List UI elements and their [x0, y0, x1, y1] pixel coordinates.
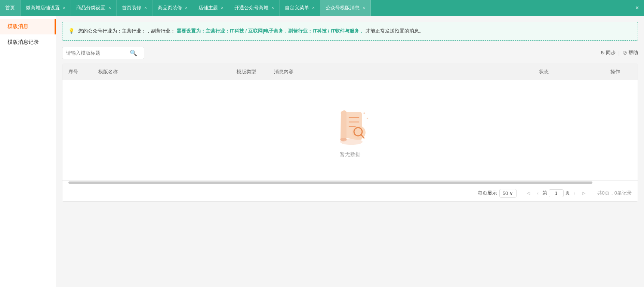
empty-text: 暂无数据	[340, 151, 361, 158]
nav-tab-shop-theme-label: 店铺主题	[198, 4, 218, 11]
content-area: 💡 您的公众号行业为：主营行业：，副营行业： 需要设置为：主营行业：IT科技 /…	[56, 16, 644, 287]
svg-text:✦: ✦	[363, 111, 366, 115]
help-button[interactable]: ⑦ 帮助	[623, 49, 638, 56]
close-category-settings-icon[interactable]: ×	[108, 5, 111, 10]
close-all-tabs-button[interactable]: ×	[630, 4, 644, 11]
scrollbar-thumb[interactable]	[68, 181, 592, 184]
sidebar-item-template-message-label: 模版消息	[7, 23, 28, 29]
nav-tab-custom-menu[interactable]: 自定义菜单 ×	[280, 0, 320, 16]
chevron-down-icon: ∨	[509, 190, 513, 196]
nav-tab-shop-settings[interactable]: 微商城店铺设置 ×	[21, 0, 71, 16]
nav-tab-open-mall[interactable]: 开通公众号商城 ×	[229, 0, 280, 16]
last-page-button[interactable]: ⊳	[579, 189, 588, 197]
page-size-label: 每页显示	[478, 190, 497, 196]
help-icon: ⑦	[623, 50, 627, 56]
search-input[interactable]	[66, 50, 130, 56]
search-actions: ↻ 同步 | ⑦ 帮助	[601, 49, 638, 56]
nav-tab-template-msg-label: 公众号模版消息	[326, 4, 360, 11]
close-open-mall-icon[interactable]: ×	[271, 5, 274, 10]
sidebar-item-template-message-log[interactable]: 模版消息记录	[0, 34, 56, 50]
help-label: 帮助	[628, 49, 638, 56]
nav-tab-shop-settings-label: 微商城店铺设置	[26, 4, 60, 11]
notice-box: 💡 您的公众号行业为：主营行业：，副营行业： 需要设置为：主营行业：IT科技 /…	[62, 22, 638, 41]
page-unit: 页	[565, 190, 570, 196]
search-input-wrap: 🔍	[62, 47, 144, 59]
close-shop-settings-icon[interactable]: ×	[63, 5, 65, 10]
page-size-select: 每页显示 50 ∨	[478, 189, 517, 198]
svg-point-9	[340, 138, 347, 141]
page-size-value: 50	[503, 190, 508, 196]
sync-icon: ↻	[601, 50, 605, 56]
sidebar-item-template-message-log-label: 模版消息记录	[7, 39, 39, 45]
th-seq: 序号	[62, 64, 92, 80]
th-status: 状态	[533, 64, 593, 80]
th-name: 模版名称	[92, 64, 231, 80]
sidebar-item-template-message[interactable]: 模版消息	[0, 19, 56, 34]
close-template-msg-icon[interactable]: ×	[363, 5, 365, 10]
page-label: 第	[542, 190, 547, 196]
prev-page-button[interactable]: ‹	[534, 189, 541, 197]
page-size-dropdown[interactable]: 50 ∨	[499, 189, 517, 198]
top-nav: 首页 微商城店铺设置 × 商品分类设置 × 首页装修 × 商品页装修 × 店铺主…	[0, 0, 644, 16]
close-custom-menu-icon[interactable]: ×	[312, 5, 315, 10]
close-home-decor-icon[interactable]: ×	[144, 5, 147, 10]
nav-tab-custom-menu-label: 自定义菜单	[285, 4, 309, 11]
nav-tab-category-settings-label: 商品分类设置	[76, 4, 105, 11]
notice-suffix: 才能正常发送预置的消息。	[366, 28, 424, 34]
sync-label: 同步	[606, 49, 616, 56]
th-action: 操作	[593, 64, 638, 80]
nav-tab-home-decor-label: 首页装修	[122, 4, 141, 11]
search-icon[interactable]: 🔍	[130, 49, 137, 57]
close-shop-theme-icon[interactable]: ×	[221, 5, 224, 10]
nav-tab-open-mall-label: 开通公众号商城	[234, 4, 268, 11]
first-page-button[interactable]: ⊲	[524, 189, 533, 197]
empty-state: ✦ ✦ 暂无数据	[62, 80, 638, 180]
close-product-decor-icon[interactable]: ×	[185, 5, 188, 10]
nav-tab-home[interactable]: 首页	[0, 0, 21, 16]
sync-button[interactable]: ↻ 同步	[601, 49, 616, 56]
data-table: 序号 模版名称 模版类型 消息内容 状态 操作	[62, 64, 638, 202]
th-type: 模版类型	[231, 64, 268, 80]
nav-tab-template-msg[interactable]: 公众号模版消息 ×	[320, 0, 371, 16]
notice-icon: 💡	[68, 28, 74, 34]
horizontal-scrollbar[interactable]	[62, 180, 638, 185]
sidebar: 模版消息 模版消息记录	[0, 16, 56, 287]
nav-tab-home-label: 首页	[5, 4, 15, 11]
nav-tab-product-decor-label: 商品页装修	[158, 4, 182, 11]
table-header: 序号 模版名称 模版类型 消息内容 状态 操作	[62, 64, 638, 80]
notice-highlight: 需要设置为：主营行业：IT科技 / 互联网|电子商务，副营行业：IT科技 / I…	[176, 28, 364, 34]
nav-tab-shop-theme[interactable]: 店铺主题 ×	[193, 0, 229, 16]
divider: |	[619, 50, 620, 56]
main-layout: 模版消息 模版消息记录 💡 您的公众号行业为：主营行业：，副营行业： 需要设置为…	[0, 16, 644, 287]
nav-tab-home-decor[interactable]: 首页装修 ×	[117, 0, 152, 16]
svg-text:✦: ✦	[366, 117, 369, 120]
nav-tab-product-decor[interactable]: 商品页装修 ×	[152, 0, 193, 16]
nav-tab-category-settings[interactable]: 商品分类设置 ×	[71, 0, 117, 16]
total-info: 共0页，0条记录	[597, 190, 632, 196]
page-number-input[interactable]	[549, 189, 564, 197]
pagination: 每页显示 50 ∨ ⊲ ‹ 第 页 › ⊳ 共0页，0条记录	[62, 185, 638, 201]
next-page-button[interactable]: ›	[571, 189, 578, 197]
empty-illustration: ✦ ✦	[326, 103, 375, 151]
th-content: 消息内容	[268, 64, 533, 80]
notice-prefix: 您的公众号行业为：主营行业：，副营行业：	[78, 28, 175, 34]
page-nav: ⊲ ‹ 第 页 › ⊳	[524, 189, 588, 197]
search-bar: 🔍 ↻ 同步 | ⑦ 帮助	[62, 47, 638, 59]
